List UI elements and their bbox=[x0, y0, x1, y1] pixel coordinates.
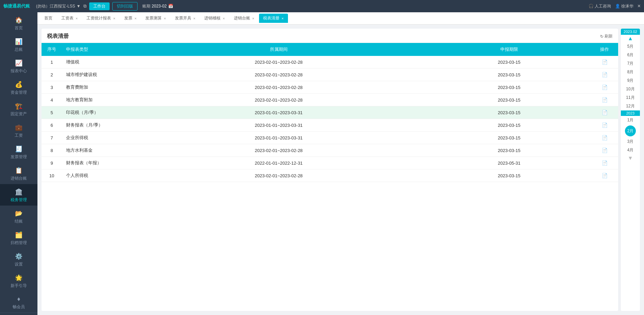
file-icon[interactable]: 📄 bbox=[602, 85, 608, 90]
sidebar: 🏠 首页 📊 总账 📈 报表中心 💰 资金管理 🏗️ 固定资产 💼 工资 🧾 发… bbox=[0, 12, 37, 315]
file-icon[interactable]: 📄 bbox=[602, 160, 608, 166]
tab-close-tax-list[interactable]: × bbox=[281, 16, 284, 20]
tab-home[interactable]: 首页 bbox=[40, 14, 57, 23]
file-icon[interactable]: 📄 bbox=[602, 59, 608, 65]
tab-close-invoice-issue[interactable]: × bbox=[193, 16, 195, 20]
file-icon[interactable]: 📄 bbox=[602, 97, 608, 103]
sidebar-item-settings[interactable]: ⚙️ 设置 bbox=[0, 249, 37, 270]
tab-close-payroll-stats[interactable]: × bbox=[113, 16, 115, 20]
calendar-month-5[interactable]: 5月 bbox=[621, 42, 640, 51]
sidebar-item-salary[interactable]: 💼 工资 bbox=[0, 120, 37, 141]
calendar-month-10[interactable]: 10月 bbox=[621, 85, 640, 93]
sidebar-label-settings: 设置 bbox=[15, 261, 23, 267]
calendar-month-12[interactable]: 12月 bbox=[621, 102, 640, 110]
file-icon[interactable]: 📄 bbox=[602, 72, 608, 77]
tab-payroll-stats[interactable]: 工资统计报表 × bbox=[82, 14, 119, 23]
cell-period: 2023-01-01~2023-03-31 bbox=[130, 132, 428, 144]
tab-close-payroll[interactable]: × bbox=[76, 16, 78, 20]
tab-close-purchase-audit[interactable]: × bbox=[223, 16, 225, 20]
sidebar-label-report: 报表中心 bbox=[11, 68, 27, 74]
calendar-down-button[interactable]: ▼ bbox=[627, 154, 634, 162]
calendar-month-9[interactable]: 9月 bbox=[621, 76, 640, 85]
tab-payroll[interactable]: 工资表 × bbox=[57, 14, 82, 23]
sidebar-label-tax: 税务管理 bbox=[11, 197, 27, 203]
invoice-icon: 🧾 bbox=[15, 145, 22, 153]
calendar-icon[interactable]: 📅 bbox=[168, 4, 173, 9]
closing-icon: 📂 bbox=[15, 210, 22, 217]
calendar-month-2-active[interactable]: 2月 bbox=[625, 125, 636, 136]
sidebar-item-closing[interactable]: 📂 结账 bbox=[0, 206, 37, 227]
switch-old-button[interactable]: 切到旧版 bbox=[112, 2, 138, 11]
file-icon[interactable]: 📄 bbox=[602, 135, 608, 140]
tax-icon: 🏛️ bbox=[15, 188, 22, 196]
sidebar-item-home[interactable]: 🏠 首页 bbox=[0, 12, 37, 34]
content-area: 首页 工资表 × 工资统计报表 × 发票 × 发票测算 × 发票开具 × bbox=[37, 12, 644, 315]
cell-type: 企业所得税 bbox=[62, 132, 130, 144]
calendar-month-6[interactable]: 6月 bbox=[621, 51, 640, 59]
cell-no: 8 bbox=[42, 144, 62, 157]
file-icon[interactable]: 📄 bbox=[602, 173, 608, 178]
cell-no: 7 bbox=[42, 132, 62, 144]
cell-period: 2022-01-01~2022-12-31 bbox=[130, 157, 428, 169]
tab-purchase-audit[interactable]: 进销稽核 × bbox=[200, 14, 229, 23]
page-content: 税表清册 ↻ 刷新 序号 申报表类型 bbox=[37, 25, 644, 315]
tab-invoice-calc[interactable]: 发票测算 × bbox=[141, 14, 170, 23]
sidebar-item-tax[interactable]: 🏛️ 税务管理 bbox=[0, 184, 37, 206]
tab-tax-list[interactable]: 税表清册 × bbox=[259, 14, 288, 23]
cell-period: 2023-02-01~2023-02-28 bbox=[130, 81, 428, 94]
copy-icon[interactable]: ⧉ bbox=[83, 3, 86, 9]
close-button[interactable]: × bbox=[638, 3, 641, 9]
tab-invoice-issue[interactable]: 发票开具 × bbox=[171, 14, 199, 23]
file-icon[interactable]: 📄 bbox=[602, 122, 608, 128]
table-row: 8 地方水利基金 2023-02-01~2023-02-28 2023-03-1… bbox=[42, 144, 618, 157]
cell-deadline: 2023-05-31 bbox=[428, 157, 591, 169]
sidebar-label-home: 首页 bbox=[15, 25, 23, 31]
sidebar-item-ledger[interactable]: 📊 总账 bbox=[0, 34, 37, 55]
cell-period: 2023-02-01~2023-02-28 bbox=[130, 56, 428, 69]
calendar-month-4[interactable]: 4月 bbox=[621, 146, 640, 154]
refresh-button[interactable]: ↻ 刷新 bbox=[600, 33, 613, 39]
sidebar-item-funds[interactable]: 💰 资金管理 bbox=[0, 77, 37, 98]
workbench-button[interactable]: 工作台 bbox=[89, 2, 110, 10]
cell-deadline: 2023-03-15 bbox=[428, 106, 591, 119]
cell-action: 📄 bbox=[591, 81, 618, 94]
company-selector[interactable]: (勿动）江西报宝-LSS ▼ bbox=[36, 3, 81, 9]
sidebar-item-invoice[interactable]: 🧾 发票管理 bbox=[0, 141, 37, 163]
cell-deadline: 2023-03-15 bbox=[428, 169, 591, 182]
ai-consult-btn[interactable]: 🎧 人工咨询 bbox=[589, 3, 611, 9]
calendar-month-1[interactable]: 1月 bbox=[621, 116, 640, 124]
sidebar-label-funds: 资金管理 bbox=[11, 90, 27, 95]
sidebar-item-purchase-sales[interactable]: 📋 进销台账 bbox=[0, 163, 37, 184]
sidebar-item-report-center[interactable]: 📈 报表中心 bbox=[0, 55, 37, 77]
calendar-month-7[interactable]: 7月 bbox=[621, 59, 640, 68]
user-profile[interactable]: 👤 徐涿华 bbox=[615, 3, 633, 9]
tab-close-invoice-calc[interactable]: × bbox=[164, 16, 166, 20]
cell-no: 3 bbox=[42, 81, 62, 94]
tab-invoice[interactable]: 发票 × bbox=[120, 14, 141, 23]
cell-type: 个人所得税 bbox=[62, 169, 130, 182]
cell-action: 📄 bbox=[591, 169, 618, 182]
home-icon: 🏠 bbox=[15, 16, 22, 24]
calendar-month-11[interactable]: 11月 bbox=[621, 93, 640, 102]
calendar-up-button[interactable]: ▲ bbox=[627, 35, 634, 42]
tab-purchase-ledger[interactable]: 进销台账 × bbox=[230, 14, 258, 23]
file-icon[interactable]: 📄 bbox=[602, 148, 608, 153]
cell-deadline: 2023-03-15 bbox=[428, 56, 591, 69]
cell-type: 城市维护建设税 bbox=[62, 69, 130, 81]
table-row: 6 财务报表（月/季） 2023-01-01~2023-03-31 2023-0… bbox=[42, 119, 618, 132]
sidebar-item-fixed-assets[interactable]: 🏗️ 固定资产 bbox=[0, 98, 37, 120]
sidebar-label-salary: 工资 bbox=[15, 133, 23, 138]
sidebar-item-archive[interactable]: 🗂️ 归档管理 bbox=[0, 227, 37, 249]
sidebar-item-guide[interactable]: 🌟 新手引导 bbox=[0, 270, 37, 291]
cell-deadline: 2023-03-15 bbox=[428, 69, 591, 81]
calendar-month-8[interactable]: 8月 bbox=[621, 68, 640, 76]
cell-action: 📄 bbox=[591, 157, 618, 169]
sidebar-item-vip[interactable]: ♦ 畅会员 bbox=[0, 291, 37, 313]
tab-close-purchase-ledger[interactable]: × bbox=[252, 16, 254, 20]
cell-no: 2 bbox=[42, 69, 62, 81]
file-icon[interactable]: 📄 bbox=[602, 110, 608, 115]
calendar-month-3[interactable]: 3月 bbox=[621, 137, 640, 146]
table-row: 3 教育费附加 2023-02-01~2023-02-28 2023-03-15… bbox=[42, 81, 618, 94]
tab-close-invoice[interactable]: × bbox=[134, 16, 136, 20]
table-row: 7 企业所得税 2023-01-01~2023-03-31 2023-03-15… bbox=[42, 132, 618, 144]
